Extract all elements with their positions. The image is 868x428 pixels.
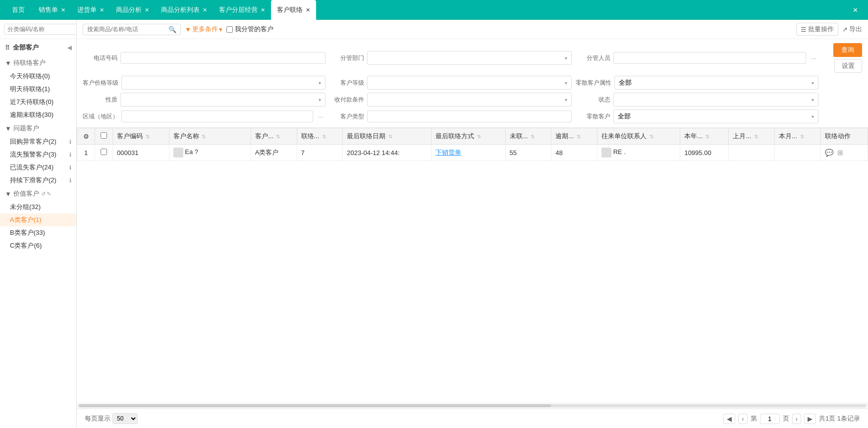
close-tab-2[interactable]: ✕ bbox=[145, 7, 149, 13]
row-contact-person: RE . bbox=[597, 145, 680, 161]
row-last-method[interactable]: 下销货单 bbox=[432, 145, 505, 161]
sidebar-item-c-class[interactable]: C类客户(6) bbox=[0, 239, 76, 252]
sidebar-all-customers[interactable]: ⠿ 全部客户 ◀ bbox=[0, 39, 76, 56]
per-page-select[interactable]: 50 100 200 bbox=[112, 413, 138, 424]
filter-customer-type-input[interactable] bbox=[367, 110, 572, 122]
filter-manager: 分管人员 ··· bbox=[576, 52, 818, 64]
per-page-label: 每页显示 bbox=[85, 414, 110, 423]
nav-tab-2[interactable]: 商品分析 ✕ bbox=[110, 0, 155, 20]
close-tab-0[interactable]: ✕ bbox=[61, 7, 65, 13]
sidebar: 🔍 ⠿ 全部客户 ◀ ▼ 待联络客户 今天待联络(0) 明天待联络(1) 近7天… bbox=[0, 20, 77, 428]
sidebar-item-declining[interactable]: 持续下滑客户(2) ℹ bbox=[0, 174, 76, 187]
col-name[interactable]: 客户名称 ⇅ bbox=[169, 128, 251, 145]
filter-dept-select[interactable]: ▾ bbox=[367, 51, 572, 65]
nav-tab-0[interactable]: 销售单 ✕ bbox=[33, 0, 71, 20]
last-page-btn[interactable]: ▶ bbox=[804, 414, 816, 424]
close-tab-1[interactable]: ✕ bbox=[100, 7, 104, 13]
sidebar-group-problem[interactable]: ▼ 问题客户 bbox=[0, 121, 76, 135]
sidebar-item-churned[interactable]: 已流失客户(24) ℹ bbox=[0, 161, 76, 174]
filter-region-input[interactable] bbox=[121, 110, 313, 122]
nav-tab-3[interactable]: 商品分析列表 ✕ bbox=[155, 0, 213, 20]
toolbar-search-icon[interactable]: 🔍 bbox=[168, 26, 176, 33]
sidebar-item-ungrouped[interactable]: 未分组(32) bbox=[0, 201, 76, 214]
col-last-date[interactable]: 最后联络日期 ⇅ bbox=[343, 128, 432, 145]
my-customers-checkbox-input[interactable] bbox=[226, 26, 233, 33]
nav-tab-5[interactable]: 客户联络 ✕ bbox=[271, 0, 316, 20]
next-page-btn[interactable]: › bbox=[792, 414, 801, 424]
close-tab-3[interactable]: ✕ bbox=[203, 7, 207, 13]
nav-tab-4[interactable]: 客户分层经营 ✕ bbox=[213, 0, 271, 20]
sidebar-item-overdue[interactable]: 逾期未联络(30) bbox=[0, 108, 76, 121]
prev-page-btn[interactable]: ‹ bbox=[738, 414, 747, 424]
col-gear[interactable]: ⚙ bbox=[77, 128, 95, 145]
batch-operation-btn[interactable]: ☰ 批量操作 bbox=[796, 23, 838, 36]
col-this-month[interactable]: 本月... ⇅ bbox=[775, 128, 821, 145]
col-code[interactable]: 客户编码 ⇅ bbox=[113, 128, 169, 145]
export-btn[interactable]: ↗ 导出 bbox=[842, 25, 862, 34]
sidebar-group-pending[interactable]: ▼ 待联络客户 bbox=[0, 56, 76, 70]
filter-manager-dots[interactable]: ··· bbox=[809, 54, 818, 62]
toolbar-search-input[interactable] bbox=[87, 26, 166, 33]
col-last-method[interactable]: 最后联络方式 ⇅ bbox=[432, 128, 505, 145]
horizontal-scrollbar[interactable] bbox=[77, 403, 868, 409]
col-level[interactable]: 客户... ⇅ bbox=[251, 128, 297, 145]
sidebar-item-repurchase[interactable]: 回购异常客户(2) ℹ bbox=[0, 135, 76, 148]
sidebar-item-today[interactable]: 今天待联络(0) bbox=[0, 70, 76, 83]
nav-tab-1[interactable]: 进货单 ✕ bbox=[71, 0, 110, 20]
gear-icon[interactable]: ⚙ bbox=[83, 133, 89, 140]
region-dots[interactable]: ··· bbox=[316, 113, 326, 120]
sidebar-item-a-class[interactable]: A类客户(1) bbox=[0, 214, 76, 226]
col-no-contact[interactable]: 未联... ⇅ bbox=[505, 128, 551, 145]
my-customers-checkbox[interactable]: 我分管的客户 bbox=[226, 25, 273, 34]
col-checkbox[interactable] bbox=[95, 128, 113, 145]
footer: 每页显示 50 100 200 ◀ ‹ 第 1 页 › ▶ 共1页 1条记录 bbox=[77, 409, 868, 428]
select-all-checkbox[interactable] bbox=[101, 132, 107, 139]
filter-payment: 收付款条件 ▾ bbox=[329, 93, 572, 107]
filter-manager-input[interactable] bbox=[613, 52, 806, 64]
close-window-btn[interactable]: ✕ bbox=[847, 6, 864, 14]
toolbar-filter-btn[interactable]: ▼ 更多条件 ▾ bbox=[185, 25, 222, 34]
col-this-year[interactable]: 本年... ⇅ bbox=[680, 128, 729, 145]
row-checkbox[interactable] bbox=[95, 145, 113, 161]
col-last-month[interactable]: 上月... ⇅ bbox=[729, 128, 775, 145]
last-method-link[interactable]: 下销货单 bbox=[435, 149, 461, 156]
sidebar-search-input[interactable] bbox=[4, 24, 77, 35]
filter-status-select[interactable]: ▾ bbox=[613, 93, 818, 107]
close-tab-5[interactable]: ✕ bbox=[306, 7, 310, 13]
refresh-icon[interactable]: ↺ bbox=[41, 191, 46, 197]
filter-customer-level-select[interactable]: ▾ bbox=[367, 76, 572, 90]
close-tab-4[interactable]: ✕ bbox=[261, 7, 265, 13]
sidebar-item-b-class[interactable]: B类客户(33) bbox=[0, 226, 76, 239]
message-icon[interactable]: 💬 bbox=[825, 149, 833, 157]
edit-value-icon[interactable]: ✎ bbox=[47, 191, 51, 197]
query-btn[interactable]: 查询 bbox=[833, 43, 862, 57]
sort-this-year-icon: ⇅ bbox=[705, 134, 709, 139]
sidebar-item-churn-warning[interactable]: 流失预警客户(3) ℹ bbox=[0, 148, 76, 161]
sidebar-item-7days[interactable]: 近7天待联络(0) bbox=[0, 96, 76, 108]
filter-payment-select[interactable]: ▾ bbox=[367, 93, 572, 107]
sort-level-icon: ⇅ bbox=[276, 134, 280, 139]
action-icons: 💬 ⊞ bbox=[825, 149, 864, 157]
filter-phone-input[interactable] bbox=[120, 52, 326, 64]
row-this-year: 10995.00 bbox=[680, 145, 729, 161]
first-page-btn[interactable]: ◀ bbox=[723, 414, 735, 424]
col-contact-person[interactable]: 往来单位联系人 ⇅ bbox=[597, 128, 680, 145]
nav-home[interactable]: 首页 bbox=[4, 0, 33, 20]
settings-btn[interactable]: 设置 bbox=[834, 59, 862, 73]
scrollbar-track[interactable] bbox=[79, 404, 866, 407]
sidebar-group-value[interactable]: ▼ 价值客户 ↺ ✎ bbox=[0, 187, 76, 201]
top-nav: 首页 销售单 ✕ 进货单 ✕ 商品分析 ✕ 商品分析列表 ✕ 客户分层经营 ✕ … bbox=[0, 0, 868, 20]
col-contact-count[interactable]: 联络... ⇅ bbox=[297, 128, 343, 145]
batch-icon: ☰ bbox=[801, 26, 807, 33]
filter-retail-attr-select[interactable]: 全部 ▾ bbox=[614, 76, 818, 90]
page-number-input[interactable]: 1 bbox=[760, 414, 780, 424]
row-select-checkbox[interactable] bbox=[101, 149, 107, 155]
scrollbar-thumb[interactable] bbox=[79, 404, 551, 407]
sidebar-item-tomorrow[interactable]: 明天待联络(1) bbox=[0, 83, 76, 96]
filter-nature-select[interactable]: ▾ bbox=[120, 93, 326, 107]
grid-action-icon[interactable]: ⊞ bbox=[837, 149, 843, 157]
row-last-date: 2023-04-12 14:44: bbox=[343, 145, 432, 161]
filter-price-level-select[interactable]: ▾ bbox=[121, 76, 326, 90]
filter-retail-customer-select[interactable]: 全部 ▾ bbox=[613, 109, 818, 123]
col-overdue[interactable]: 逾期... ⇅ bbox=[551, 128, 597, 145]
